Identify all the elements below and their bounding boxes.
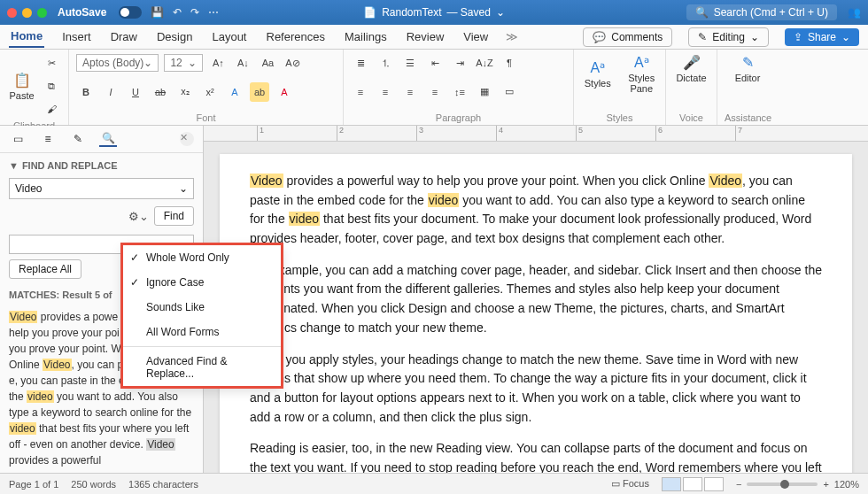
underline-icon[interactable]: U [126,82,145,102]
option-ignore-case[interactable]: Ignore Case [123,270,281,295]
find-input[interactable]: Video⌄ [9,178,194,199]
result-highlight[interactable]: Video [43,359,71,371]
tab-draw[interactable]: Draw [109,27,139,47]
print-layout-view-icon[interactable] [662,477,681,491]
clear-format-icon[interactable]: A⊘ [283,53,302,73]
headings-tab-icon[interactable]: ≡ [39,131,57,147]
editor-button[interactable]: ✎Editor [729,53,766,83]
result-highlight[interactable]: video [27,390,54,403]
qat-more-icon[interactable]: ⋯ [208,6,219,19]
font-name-select[interactable]: Aptos (Body)⌄ [76,54,159,72]
share-button[interactable]: ⇪Share⌄ [785,28,859,46]
paragraph[interactable]: Video provides a powerful way to help yo… [250,172,822,249]
paragraph[interactable]: When you apply styles, your headings cha… [250,351,822,428]
tab-design[interactable]: Design [155,27,194,47]
editing-mode-button[interactable]: ✎Editing⌄ [688,27,769,47]
doc-name: RandomText [382,6,441,19]
tab-mailings[interactable]: Mailings [343,27,389,47]
comments-button[interactable]: 💬Comments [583,27,672,47]
zoom-out-icon[interactable]: − [736,479,741,490]
format-painter-icon[interactable]: 🖌 [42,99,61,119]
paragraph[interactable]: For example, you can add a matching cove… [250,261,822,338]
search-box[interactable]: 🔍 Search (Cmd + Ctrl + U) [686,4,837,20]
page-indicator[interactable]: Page 1 of 1 [9,479,58,490]
line-spacing-icon[interactable]: ↕≡ [450,82,469,102]
web-layout-view-icon[interactable] [704,477,724,491]
cut-icon[interactable]: ✂ [42,53,61,73]
sort-icon[interactable]: A↓Z [475,53,494,73]
zoom-slider[interactable] [747,482,818,486]
zoom-in-icon[interactable]: + [823,479,828,490]
grow-font-icon[interactable]: A↑ [208,53,228,73]
close-window-icon[interactable] [7,8,17,18]
option-advanced-find[interactable]: Advanced Find & Replace... [123,349,281,386]
paste-button[interactable]: 📋Paste [7,71,36,101]
tab-review[interactable]: Review [405,27,446,47]
numbering-icon[interactable]: ⒈ [376,53,395,73]
font-size-select[interactable]: 12⌄ [164,54,203,72]
bold-icon[interactable]: B [76,82,96,102]
minimize-window-icon[interactable] [22,8,32,18]
word-count[interactable]: 250 words [71,479,116,490]
read-mode-view-icon[interactable] [683,477,702,491]
shrink-font-icon[interactable]: A↓ [233,53,252,73]
justify-icon[interactable]: ≡ [425,82,445,102]
tab-insert[interactable]: Insert [60,27,93,47]
align-center-icon[interactable]: ≡ [376,82,395,102]
search-options-gear-icon[interactable]: ⚙︎⌄ [128,210,149,223]
align-left-icon[interactable]: ≡ [351,82,370,102]
page-scroll[interactable]: Video provides a powerful way to help yo… [204,142,868,473]
tabs-overflow-icon[interactable]: ≫ [506,30,518,43]
text-effects-icon[interactable]: A [225,82,244,102]
collaborate-icon[interactable]: 👥 [848,6,861,19]
decrease-indent-icon[interactable]: ⇤ [425,53,445,73]
horizontal-ruler[interactable]: 1 2 3 4 5 6 7 [204,126,868,142]
bullets-icon[interactable]: ≣ [351,53,370,73]
highlight-icon[interactable]: ab [250,82,269,102]
superscript-icon[interactable]: x² [200,82,220,102]
review-tab-icon[interactable]: ✎ [69,131,87,147]
tab-references[interactable]: References [265,27,327,47]
styles-button[interactable]: AᵃStyles [581,58,615,89]
show-marks-icon[interactable]: ¶ [500,53,519,73]
tab-layout[interactable]: Layout [210,27,248,47]
italic-icon[interactable]: I [101,82,120,102]
redo-icon[interactable]: ↷ [190,6,199,19]
undo-icon[interactable]: ↶ [173,6,182,19]
borders-icon[interactable]: ▭ [500,82,519,102]
strike-icon[interactable]: ab [151,82,170,102]
copy-icon[interactable]: ⧉ [42,76,61,96]
collapse-icon[interactable]: ▼ [9,160,19,171]
align-right-icon[interactable]: ≡ [400,82,420,102]
multilevel-icon[interactable]: ☰ [400,53,420,73]
close-pane-icon[interactable]: ✕ [180,132,194,146]
increase-indent-icon[interactable]: ⇥ [450,53,469,73]
option-whole-word[interactable]: Whole Word Only [123,245,281,270]
result-highlight[interactable]: Video [9,311,37,323]
font-color-icon[interactable]: A [275,82,294,102]
shading-icon[interactable]: ▦ [475,82,494,102]
search-tab-icon[interactable]: 🔍 [99,131,117,147]
maximize-window-icon[interactable] [37,8,47,18]
chevron-down-icon[interactable]: ⌄ [496,6,505,19]
change-case-icon[interactable]: Aa [258,53,277,73]
styles-pane-button[interactable]: AᵃStyles Pane [625,53,659,94]
result-highlight[interactable]: Video [146,438,174,451]
char-count[interactable]: 1365 characters [128,479,198,490]
thumbnails-tab-icon[interactable]: ▭ [9,131,27,147]
option-sounds-like[interactable]: Sounds Like [123,295,281,320]
option-all-word-forms[interactable]: All Word Forms [123,320,281,344]
focus-mode-button[interactable]: ▭ Focus [611,478,649,490]
zoom-level[interactable]: 120% [834,479,859,490]
find-button[interactable]: Find [154,206,194,226]
result-highlight[interactable]: video [9,422,36,435]
autosave-toggle[interactable] [119,6,142,19]
replace-all-button[interactable]: Replace All [9,259,81,279]
tab-home[interactable]: Home [9,26,44,48]
paragraph[interactable]: Reading is easier, too, in the new Readi… [250,439,822,473]
tab-view[interactable]: View [461,27,490,47]
subscript-icon[interactable]: x₂ [175,82,195,102]
document-page[interactable]: Video provides a powerful way to help yo… [220,154,852,473]
dictate-button[interactable]: 🎤Dictate [673,53,709,83]
save-icon[interactable]: 💾 [151,6,164,19]
